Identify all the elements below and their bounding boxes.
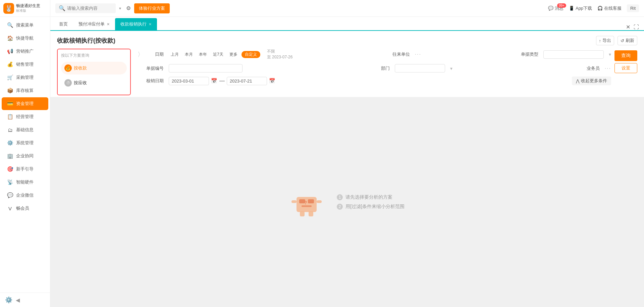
sidebar-bottom: ⚙️ ◀ bbox=[0, 293, 50, 307]
step-num-2: 2 bbox=[337, 204, 343, 210]
search-label: 搜索菜单 bbox=[16, 22, 34, 28]
logo-text: 畅捷通好生意 标准版 bbox=[16, 3, 40, 13]
marketing-icon: 📢 bbox=[7, 48, 13, 54]
date-group: 上月 本月 本年 近7天 更多 自定义 bbox=[169, 51, 260, 58]
sidebar-item-purchase[interactable]: 🛒采购管理 bbox=[2, 71, 48, 84]
department-arrow[interactable]: ▾ bbox=[450, 66, 452, 71]
collapse-label: 收起更多条件 bbox=[581, 78, 607, 84]
logo-line2: 标准版 bbox=[16, 8, 40, 13]
department-input[interactable] bbox=[395, 64, 445, 72]
sidebar-item-beginner[interactable]: 🎯新手引导 bbox=[2, 163, 48, 175]
date-btn-custom[interactable]: 自定义 bbox=[241, 51, 260, 58]
page-header: 收款核销执行(按收款) ↑ 导出 ↺ 刷新 bbox=[50, 31, 644, 45]
service-label: 在线客服 bbox=[604, 5, 622, 11]
sidebar-item-member[interactable]: V畅会员 bbox=[2, 202, 48, 215]
search-input[interactable] bbox=[67, 6, 111, 11]
sidebar-item-enterprise[interactable]: 🏢企业协同 bbox=[2, 150, 48, 162]
export-icon: ↑ bbox=[599, 38, 601, 43]
filter-sidebar: 按以下方案查询 💰 按收款 ⏱ 按应收 bbox=[57, 49, 131, 95]
empty-image: ? bbox=[290, 185, 323, 219]
settings-icon[interactable]: ⚙️ bbox=[5, 296, 12, 304]
sales-label: 销售管理 bbox=[16, 61, 34, 67]
query-button[interactable]: 查询 bbox=[614, 50, 637, 61]
tab-prepay[interactable]: 预付冲应付单 ✕ bbox=[73, 18, 115, 30]
basic-label: 基础信息 bbox=[16, 127, 34, 133]
message-badge: 99+ bbox=[557, 3, 566, 8]
setting-button[interactable]: 设置 bbox=[614, 63, 637, 73]
enterprise-icon: 🏢 bbox=[7, 153, 13, 159]
tab-prepay-close[interactable]: ✕ bbox=[107, 22, 110, 27]
tab-prepay-label: 预付冲应付单 bbox=[78, 21, 105, 27]
app-label: App下载 bbox=[576, 5, 592, 11]
main-area: 🔍 ▾ ⚙ 体验行业方案 💬 消息 99+ 📱 App下载 🎧 在线客服 Rit bbox=[50, 0, 644, 307]
purchase-icon: 🛒 bbox=[7, 74, 13, 81]
message-action[interactable]: 💬 消息 99+ bbox=[548, 5, 564, 11]
date-btn-7days[interactable]: 近7天 bbox=[211, 51, 225, 58]
tab-expand-icon[interactable]: ⛶ bbox=[634, 24, 639, 30]
sidebar-item-inventory[interactable]: 📦库存核算 bbox=[2, 84, 48, 97]
sales-icon: 💰 bbox=[7, 61, 13, 67]
svg-rect-3 bbox=[302, 205, 312, 207]
verify-date-end[interactable] bbox=[227, 77, 267, 85]
system-label: 系统管理 bbox=[16, 140, 34, 146]
sidebar-item-finance[interactable]: 💳资金管理 bbox=[2, 97, 48, 110]
finance-icon: 💳 bbox=[7, 101, 13, 107]
step-label-1: 请先选择要分析的方案 bbox=[345, 194, 392, 200]
verify-date-start[interactable] bbox=[169, 77, 209, 85]
topbar: 🔍 ▾ ⚙ 体验行业方案 💬 消息 99+ 📱 App下载 🎧 在线客服 Rit bbox=[50, 0, 644, 17]
salesman-dots[interactable]: ··· bbox=[605, 65, 611, 71]
sidebar-item-marketing[interactable]: 📢营销推广 bbox=[2, 45, 48, 58]
sidebar-item-hardware[interactable]: 📡智能硬件 bbox=[2, 176, 48, 189]
doc-type-arrow[interactable]: ▾ bbox=[609, 52, 611, 57]
tab-close-all-icon[interactable]: ✕ bbox=[626, 24, 630, 30]
basic-icon: 🗂 bbox=[7, 127, 13, 133]
solution-button[interactable]: 体验行业方案 bbox=[134, 3, 170, 13]
gear-icon[interactable]: ⚙ bbox=[126, 5, 131, 11]
user-info[interactable]: Rit bbox=[627, 4, 639, 12]
date-btn-last-month[interactable]: 上月 bbox=[169, 51, 181, 58]
quick-nav-label: 快捷导航 bbox=[16, 35, 34, 41]
service-action[interactable]: 🎧 在线客服 bbox=[597, 5, 622, 11]
doc-type-input[interactable] bbox=[543, 50, 604, 59]
collapse-more-btn[interactable]: ⋀ 收起更多条件 bbox=[572, 76, 611, 85]
doc-no-label: 单据编号 bbox=[144, 65, 164, 71]
refresh-icon: ↺ bbox=[621, 38, 624, 43]
sidebar-item-quick-nav[interactable]: 🏠快捷导航 bbox=[2, 32, 48, 45]
sidebar-nav: 🔍搜索菜单🏠快捷导航📢营销推广💰销售管理🛒采购管理📦库存核算💳资金管理📋经营管理… bbox=[0, 17, 50, 293]
filter-option-receipt[interactable]: 💰 按收款 bbox=[61, 62, 127, 74]
tab-receive-close[interactable]: ✕ bbox=[149, 22, 152, 27]
sidebar-item-sales[interactable]: 💰销售管理 bbox=[2, 58, 48, 71]
sidebar-item-search[interactable]: 🔍搜索菜单 bbox=[2, 19, 48, 32]
tab-home[interactable]: 首页 bbox=[54, 18, 73, 30]
tab-actions: ✕ ⛶ bbox=[624, 24, 641, 30]
app-download-action[interactable]: 📱 App下载 bbox=[569, 5, 592, 11]
member-icon: V bbox=[7, 206, 13, 211]
date-btn-more[interactable]: 更多 bbox=[227, 51, 239, 58]
search-bar[interactable]: 🔍 bbox=[55, 3, 116, 13]
sidebar-item-basic[interactable]: 🗂基础信息 bbox=[2, 123, 48, 136]
date-btn-this-year[interactable]: 本年 bbox=[197, 51, 209, 58]
step-label-2: 用[过滤]条件来缩小分析范围 bbox=[345, 204, 405, 210]
tab-receive[interactable]: 收款核销执行 ✕ bbox=[115, 18, 157, 30]
system-icon: ⚙️ bbox=[7, 140, 13, 146]
refresh-button[interactable]: ↺ 刷新 bbox=[618, 36, 637, 45]
beginner-label: 新手引导 bbox=[16, 166, 34, 172]
counterparty-dots[interactable]: ··· bbox=[415, 51, 421, 57]
sidebar-item-system[interactable]: ⚙️系统管理 bbox=[2, 137, 48, 149]
export-button[interactable]: ↑ 导出 bbox=[596, 36, 614, 45]
service-icon: 🎧 bbox=[597, 6, 603, 11]
empty-text: 1 请先选择要分析的方案 2 用[过滤]条件来缩小分析范围 bbox=[337, 194, 405, 210]
sidebar-item-operation[interactable]: 📋经营管理 bbox=[2, 110, 48, 123]
collapse-chevron: ⋀ bbox=[576, 79, 580, 84]
dropdown-arrow[interactable]: ▾ bbox=[119, 6, 121, 11]
filter-option-receivable[interactable]: ⏱ 按应收 bbox=[61, 76, 127, 89]
sidebar-item-wechat[interactable]: 💬企业微信 bbox=[2, 189, 48, 202]
verify-date-end-cal[interactable]: 📅 bbox=[269, 78, 275, 84]
date-btn-this-month[interactable]: 本月 bbox=[183, 51, 195, 58]
hardware-label: 智能硬件 bbox=[16, 179, 34, 185]
search-icon: 🔍 bbox=[7, 22, 13, 28]
doc-no-input[interactable] bbox=[169, 64, 243, 72]
verify-date-start-cal[interactable]: 📅 bbox=[211, 78, 217, 84]
filter-collapse-btn[interactable]: 〉 bbox=[138, 49, 144, 58]
collapse-icon[interactable]: ◀ bbox=[16, 297, 20, 303]
